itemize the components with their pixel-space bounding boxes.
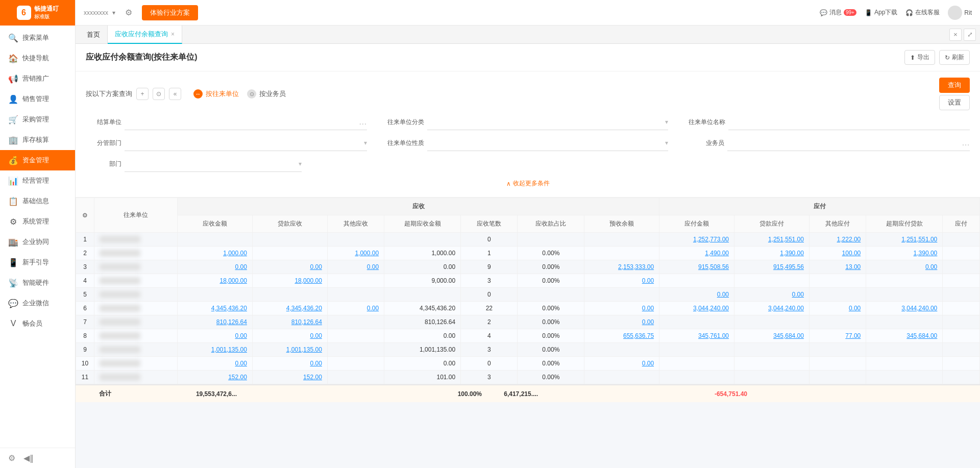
- sidebar-item-marketing[interactable]: 📢 营销推广: [0, 68, 75, 89]
- filter-salesperson-input[interactable]: [727, 137, 962, 149]
- filter-div-dept-input[interactable]: [125, 137, 364, 149]
- th-settings[interactable]: ⚙: [76, 198, 94, 233]
- td-other-pay: 77.00: [809, 329, 866, 343]
- th-loan-pay: 贷款应付: [734, 215, 810, 233]
- message-icon: 💬: [820, 9, 827, 16]
- sidebar-item-search[interactable]: 🔍 搜索菜单: [0, 28, 75, 48]
- td-other-pay: [809, 371, 866, 384]
- tab-fullscreen-btn[interactable]: ⤢: [964, 29, 976, 41]
- filter-salesperson-dots[interactable]: …: [962, 138, 970, 147]
- td-recv-amt: [177, 233, 252, 247]
- td-other-recv: [327, 357, 384, 371]
- filter-dept-chevron[interactable]: ▾: [299, 160, 302, 167]
- sidebar-collapse-icon[interactable]: ◀‖: [23, 453, 34, 463]
- table-container[interactable]: ⚙ 往来单位 应收 应付 应收金额 贷款应收 其他应收 超期应收金额 应收笔数 …: [76, 198, 980, 468]
- filter-area: 按以下方案查询 + ⊙ « ↔ 按往来单位 ⊙ 按业务员 查询: [76, 71, 980, 198]
- td-pay-amt: 915,508.56: [659, 260, 734, 274]
- sidebar-item-wechat[interactable]: 💬 企业微信: [0, 293, 75, 313]
- user-info[interactable]: Rit: [948, 6, 972, 20]
- online-service-btn[interactable]: 🎧 在线客服: [905, 8, 940, 17]
- sidebar-item-sales[interactable]: 👤 销售管理: [0, 89, 75, 109]
- tabs-controls: × ⤢: [949, 29, 976, 41]
- td-overdue-recv: 9,000.00: [384, 274, 461, 288]
- sidebar-item-purchase[interactable]: 🛒 采购管理: [0, 109, 75, 130]
- filter-dept-input[interactable]: [125, 158, 299, 169]
- filter-div-dept-chevron[interactable]: ▾: [364, 139, 367, 146]
- td-loan-pay: [734, 357, 810, 371]
- header-dropdown-icon[interactable]: ▾: [112, 9, 115, 16]
- sidebar-settings-icon[interactable]: ⚙: [8, 453, 15, 463]
- tab-close-icon[interactable]: ×: [171, 31, 175, 38]
- filter-nature-input[interactable]: [427, 137, 666, 149]
- td-recv-ratio: 0.00%: [518, 260, 584, 274]
- sidebar-icon-inventory: 🏢: [8, 135, 18, 145]
- collapse-filter-btn[interactable]: ∧ 收起更多条件: [506, 176, 550, 191]
- sidebar-label-wechat: 企业微信: [22, 299, 49, 308]
- export-btn[interactable]: ⬆ 导出: [904, 50, 935, 65]
- tab-receivable[interactable]: 应收应付余额查询 ×: [108, 26, 182, 44]
- filter-add-btn[interactable]: +: [136, 88, 149, 100]
- sidebar-icon-member: V: [8, 318, 18, 329]
- table-row: 5 0 0.00 0.00: [76, 288, 980, 302]
- sidebar-item-inventory[interactable]: 🏢 库存核算: [0, 130, 75, 150]
- filter-nav-by-unit[interactable]: ↔ 按往来单位: [189, 86, 243, 102]
- filter-partner-cat-input[interactable]: [427, 116, 666, 128]
- filter-jiesuan-input[interactable]: [125, 116, 359, 128]
- filter-jiesuan-dots[interactable]: …: [359, 117, 367, 127]
- sidebar-item-system[interactable]: ⚙ 系统管理: [0, 211, 75, 232]
- td-loan-recv: 152.00: [252, 371, 327, 384]
- th-receivable-group: 应收: [177, 198, 659, 215]
- td-overdue-recv: 0.00: [384, 260, 461, 274]
- filter-partner-name: 往来单位名称: [689, 114, 970, 130]
- td-recv-amt: 4,345,436.20: [177, 302, 252, 315]
- header-gear-icon[interactable]: ⚙: [121, 6, 136, 20]
- app-download-btn[interactable]: 📱 App下载: [865, 8, 897, 17]
- setting-button[interactable]: 设置: [939, 95, 970, 110]
- td-overdue-recv: 0.00: [384, 329, 461, 343]
- table-row: 11 152.00 152.00 101.00 3 0.00%: [76, 371, 980, 384]
- sidebar-item-hardware[interactable]: 📡 智能硬件: [0, 273, 75, 293]
- sidebar-item-basic[interactable]: 📋 基础信息: [0, 191, 75, 211]
- sidebar-item-operations[interactable]: 📊 经营管理: [0, 170, 75, 191]
- td-other-pay: 0.00: [809, 302, 866, 315]
- filter-config-btn[interactable]: ⊙: [153, 88, 165, 100]
- sidebar-label-marketing: 营销推广: [22, 74, 49, 83]
- sidebar-item-member[interactable]: V 畅会员: [0, 313, 75, 334]
- query-button[interactable]: 查询: [939, 78, 970, 93]
- filter-partner-name-input[interactable]: [728, 116, 970, 128]
- sidebar-item-enterprise[interactable]: 🏬 企业协同: [0, 232, 75, 252]
- sidebar-icon-operations: 📊: [8, 176, 18, 186]
- sidebar-logo: 6 畅捷通叮 标准版: [0, 0, 75, 26]
- td-pay-amt: [659, 315, 734, 329]
- td-pay-extra: [943, 329, 980, 343]
- th-pay-extra: 应付: [943, 215, 980, 233]
- sidebar-item-guide[interactable]: 📱 新手引导: [0, 252, 75, 273]
- footer-recv-ratio: 100.00%: [436, 390, 482, 398]
- td-other-recv: [327, 233, 384, 247]
- td-loan-pay: 3,044,240.00: [734, 302, 810, 315]
- td-recv-count: 4: [461, 329, 518, 343]
- header-breadcrumb: xxxxxxxx ▾ ⚙ 体验行业方案: [84, 5, 820, 20]
- td-loan-recv: 1,001,135.00: [252, 343, 327, 357]
- td-prepay: 0.00: [584, 315, 659, 329]
- filter-collapse-btn[interactable]: «: [169, 88, 181, 100]
- promo-button[interactable]: 体验行业方案: [142, 5, 198, 20]
- header-path-text: xxxxxxxx: [84, 9, 108, 16]
- td-pay-extra: [943, 302, 980, 315]
- filter-partner-cat-chevron[interactable]: ▾: [665, 118, 668, 126]
- filter-nav-by-staff[interactable]: ⊙ 按业务员: [243, 86, 290, 102]
- td-overdue-pay: 345,684.00: [866, 329, 943, 343]
- refresh-btn[interactable]: ↻ 刷新: [939, 50, 970, 65]
- tab-close-window-btn[interactable]: ×: [949, 29, 962, 41]
- filter-partner-category: 往来单位分类 ▾: [387, 114, 669, 130]
- td-other-recv: [327, 288, 384, 302]
- sidebar-item-quicknav[interactable]: 🏠 快捷导航: [0, 48, 75, 68]
- tab-home[interactable]: 首页: [80, 26, 108, 44]
- collapse-up-icon: ∧: [506, 180, 511, 187]
- td-recv-amt: 152.00: [177, 371, 252, 384]
- sidebar-item-finance[interactable]: 💰 资金管理: [0, 150, 75, 170]
- message-btn[interactable]: 💬 消息 99+: [820, 8, 856, 17]
- filter-nature-chevron[interactable]: ▾: [665, 139, 668, 146]
- td-recv-amt: 18,000.00: [177, 274, 252, 288]
- sidebar: 6 畅捷通叮 标准版 🔍 搜索菜单 🏠 快捷导航 📢 营销推广 👤 销售管理 🛒…: [0, 0, 76, 468]
